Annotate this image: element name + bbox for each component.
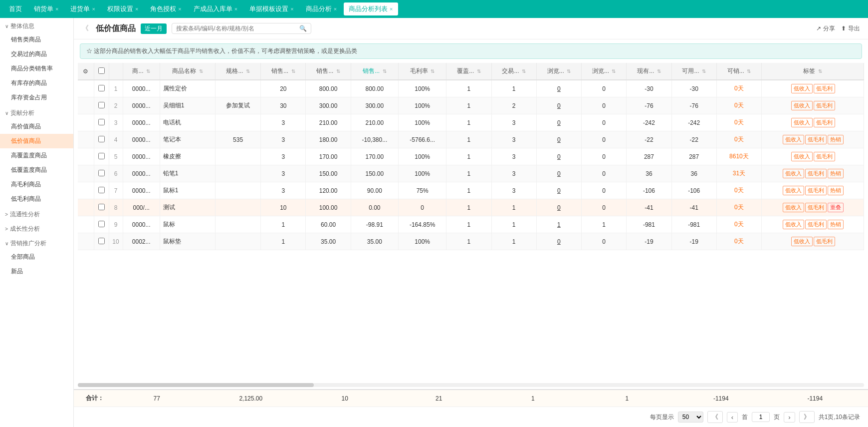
row-settings[interactable] [78,80,94,97]
sidebar-item-高毛利商品[interactable]: 高毛利商品 [0,177,73,192]
row-checkbox[interactable] [94,114,109,131]
sale-price-col-header[interactable]: 销售... ⇅ [306,63,351,80]
sidebar-item-高价值商品[interactable]: 高价值商品 [0,119,73,134]
nav-item-商品分析[interactable]: 商品分析× [301,2,342,15]
nav-close-icon[interactable]: × [92,6,95,12]
coverage-col-header[interactable]: 覆盖... ⇅ [446,63,491,80]
sidebar-item-有库存的商品[interactable]: 有库存的商品 [0,76,73,90]
row-select-checkbox[interactable] [98,204,105,210]
row-select-checkbox[interactable] [98,238,105,244]
row-settings[interactable] [78,131,94,148]
row-select-checkbox[interactable] [98,119,105,125]
sidebar-item-低毛利商品[interactable]: 低毛利商品 [0,192,73,206]
settings-col-header[interactable]: ⚙ [78,63,94,80]
page-size-select[interactable]: 50 100 200 [678,412,703,423]
collapse-button[interactable]: 《 [82,24,89,33]
row-select-checkbox[interactable] [98,170,105,176]
row-select-checkbox[interactable] [98,221,105,227]
row-browse1[interactable]: 0 [536,199,581,216]
browse1-col-header[interactable]: 浏览... ⇅ [536,63,581,80]
nav-close-icon[interactable]: × [55,6,58,12]
nav-close-icon[interactable]: × [178,6,181,12]
row-settings[interactable] [78,199,94,216]
checkbox-col-header[interactable] [94,63,109,80]
sidebar-item-商品分类销售率[interactable]: 商品分类销售率 [0,61,73,76]
nav-item-首页[interactable]: 首页 [4,2,27,15]
row-settings[interactable] [78,182,94,199]
row-checkbox[interactable] [94,182,109,199]
row-checkbox[interactable] [94,199,109,216]
row-settings[interactable] [78,148,94,165]
row-select-checkbox[interactable] [98,85,105,91]
row-browse1[interactable]: 0 [536,182,581,199]
sale-qty-col-header[interactable]: 销售... ⇅ [261,63,306,80]
next-page-button[interactable]: › [784,412,795,423]
row-checkbox[interactable] [94,97,109,114]
row-browse1[interactable]: 0 [536,97,581,114]
last-page-button[interactable]: 》 [799,411,815,423]
sidebar-item-新品[interactable]: 新品 [0,264,73,279]
nav-close-icon[interactable]: × [234,6,237,12]
select-all-checkbox[interactable] [98,67,105,74]
nav-close-icon[interactable]: × [390,6,393,12]
row-settings[interactable] [78,216,94,233]
row-checkbox[interactable] [94,233,109,250]
spec-col-header[interactable]: 规格... ⇅ [216,63,261,80]
sidebar-item-低价值商品[interactable]: 低价值商品 [0,134,73,148]
gross-margin-col-header[interactable]: 毛利率 ⇅ [399,63,446,80]
table-wrapper[interactable]: ⚙ 商... ⇅ 商品名称 ⇅ 规格... ⇅ 销售... ⇅ 销售... ⇅ … [74,63,868,383]
horizontal-scrollbar[interactable] [78,383,864,387]
nav-item-角色授权[interactable]: 角色授权× [145,2,186,15]
sidebar-group-流通性分析[interactable]: > 流通性分析 [0,206,73,221]
name-col-header[interactable]: 商品名称 ⇅ [160,63,215,80]
search-input[interactable] [176,25,296,32]
share-button[interactable]: ↗ 分享 [816,24,835,33]
row-browse1[interactable]: 0 [536,148,581,165]
row-settings[interactable] [78,233,94,250]
scroll-thumb[interactable] [78,383,314,387]
code-col-header[interactable]: 商... ⇅ [123,63,160,80]
filter-tag[interactable]: 近一月 [141,23,167,34]
sidebar-item-交易过的商品[interactable]: 交易过的商品 [0,47,73,61]
row-settings[interactable] [78,165,94,182]
sidebar-item-高覆盖度商品[interactable]: 高覆盖度商品 [0,148,73,163]
sidebar-group-营销推广分析[interactable]: ∨ 营销推广分析 [0,235,73,250]
first-page-button[interactable]: 《 [707,411,723,423]
row-select-checkbox[interactable] [98,136,105,142]
tags-col-header[interactable]: 标签 ⇅ [762,63,864,80]
current-stock-col-header[interactable]: 现有... ⇅ [627,63,671,80]
browse2-col-header[interactable]: 浏览... ⇅ [582,63,627,80]
row-settings[interactable] [78,97,94,114]
row-browse1[interactable]: 0 [536,131,581,148]
nav-item-进货单[interactable]: 进货单× [65,2,100,15]
sidebar-group-整体信息[interactable]: ∨ 整体信息 [0,18,73,32]
transaction-col-header[interactable]: 交易... ⇅ [491,63,536,80]
row-checkbox[interactable] [94,80,109,97]
search-icon[interactable]: 🔍 [299,25,307,32]
sidebar-item-销售类商品[interactable]: 销售类商品 [0,32,73,47]
row-checkbox[interactable] [94,148,109,165]
row-select-checkbox[interactable] [98,102,105,108]
sidebar-group-成长性分析[interactable]: > 成长性分析 [0,221,73,235]
sidebar-item-低覆盖度商品[interactable]: 低覆盖度商品 [0,163,73,177]
nav-close-icon[interactable]: × [290,6,293,12]
nav-item-单据模板设置[interactable]: 单据模板设置× [244,2,298,15]
available-col-header[interactable]: 可用... ⇅ [671,63,716,80]
row-browse1[interactable]: 0 [536,165,581,182]
nav-item-销货单[interactable]: 销货单× [29,2,63,15]
prev-page-button[interactable]: ‹ [727,412,738,423]
sale-amount-col-header[interactable]: 销售... ⇅ [351,63,398,80]
row-select-checkbox[interactable] [98,153,105,159]
nav-item-商品分析列表[interactable]: 商品分析列表× [344,2,398,15]
saleable-col-header[interactable]: 可销... ⇅ [716,63,761,80]
nav-item-权限设置[interactable]: 权限设置× [102,2,143,15]
row-settings[interactable] [78,114,94,131]
sidebar-item-全部商品[interactable]: 全部商品 [0,250,73,264]
row-checkbox[interactable] [94,131,109,148]
nav-item-产成品入库单[interactable]: 产成品入库单× [189,2,242,15]
row-browse1[interactable]: 0 [536,114,581,131]
row-browse1[interactable]: 0 [536,233,581,250]
row-checkbox[interactable] [94,165,109,182]
nav-close-icon[interactable]: × [334,6,337,12]
row-select-checkbox[interactable] [98,187,105,193]
